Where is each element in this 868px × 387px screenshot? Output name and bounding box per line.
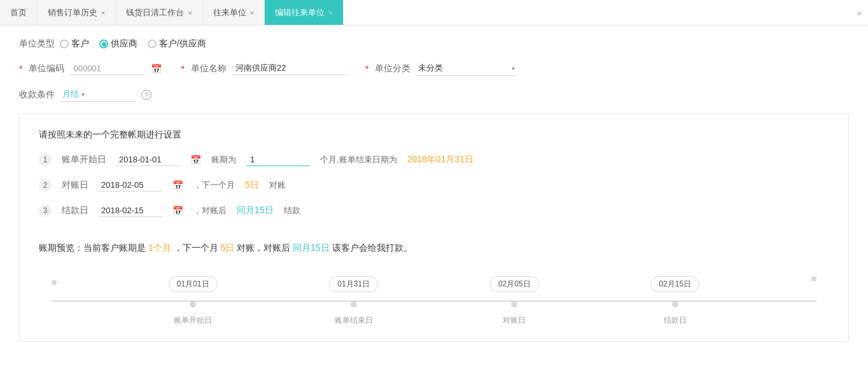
name-input[interactable] [232,62,346,75]
preview-prefix: 账期预览：当前客户账期是 [39,243,146,253]
radio-customer[interactable]: 客户 [60,38,89,50]
preview-suffix: 该客户会给我打款。 [332,243,412,253]
unit-info-row: * 单位编码 📅 * 单位名称 * 单位分类 未分类 ▾ [19,61,849,76]
unit-type-label: 单位类型 [19,38,55,50]
tab-home[interactable]: 首页 [0,0,38,25]
name-label: 单位名称 [191,63,227,74]
timeline-badge-4: 02月15日 [650,276,699,292]
timeline-badge-2: 01月31日 [329,276,378,292]
payment-chevron-icon: ▾ [81,91,85,98]
tab-bar: 首页 销售订单历史 × 钱货日清工作台 × 往来单位 × 编辑往来单位 × » [0,0,868,25]
timeline-point-4: 02月15日 结款日 [650,276,699,326]
timeline-point-3: 02月05日 对账日 [490,276,539,326]
radio-both[interactable]: 客户/供应商 [148,38,206,50]
period-suffix-3b: 同月15日 [237,205,274,216]
period-row-3: 3 结款日 📅 ，对账后 同月15日 结款 [39,204,829,217]
period-suffix-2c: 对账 [269,179,286,191]
period-suffix-1: 账期为 [211,154,236,165]
tab-expand-button[interactable]: » [850,0,868,25]
timeline-label-3: 对账日 [503,315,526,326]
chevron-down-icon: ▾ [512,65,515,72]
tab-cash-work[interactable]: 钱货日清工作台 × [116,0,202,25]
period-num-2: 2 [39,179,52,192]
period-card: 请按照未来的一个完整帐期进行设置 1 账单开始日 📅 账期为 个月,账单结束日期… [19,113,849,342]
period-row-2: 2 对账日 📅 ，下一个月 5日 对账 [39,179,829,192]
timeline-points: 01月01日 账单开始日 01月31日 账单结束日 02月05日 对账日 02月… [52,276,816,326]
cal-icon-1[interactable]: 📅 [190,155,201,165]
period-suffix-2b: 5日 [245,179,259,191]
preview-part3: 同月15日 [293,243,330,253]
calendar-icon-code[interactable]: 📅 [151,64,162,74]
preview-part1: 1个月 [148,243,171,253]
radio-customer-label: 客户 [71,38,89,50]
timeline-label-4: 结款日 [664,315,687,326]
main-content: 单位类型 客户 供应商 客户/供应商 * 单位编码 [0,25,868,387]
timeline: 01月01日 账单开始日 01月31日 账单结束日 02月05日 对账日 02月… [39,276,829,326]
preview-connector1: ，下一个月 [174,243,218,253]
timeline-label-2: 账单结束日 [335,315,373,326]
close-tab-edit-partner[interactable]: × [328,9,332,17]
period-date-1[interactable] [116,153,180,166]
cal-icon-2[interactable]: 📅 [172,180,183,190]
period-months-input[interactable] [246,153,310,166]
timeline-end-cap [811,276,816,281]
period-row-1: 1 账单开始日 📅 账期为 个月,账单结束日期为 2018年01月31日 [39,153,829,166]
period-card-title: 请按照未来的一个完整帐期进行设置 [39,129,829,141]
preview-connector2: 对账，对账后 [237,243,290,253]
period-suffix-3c: 结款 [284,205,300,216]
category-value: 未分类 [418,62,507,74]
period-date-2[interactable] [99,179,162,192]
code-label: 单位编码 [29,63,64,74]
period-label-2: 对账日 [62,179,88,191]
preview-section: 账期预览：当前客户账期是 1个月 ，下一个月 5日 对账，对账后 同月15日 该… [39,230,829,261]
payment-value: 月结 [62,88,79,100]
payment-row: 收款条件 月结 ▾ ? [19,87,849,102]
timeline-label-1: 账单开始日 [174,315,212,326]
tab-edit-partner[interactable]: 编辑往来单位 × [265,0,343,25]
category-label: 单位分类 [375,63,410,74]
period-label-3: 结款日 [62,205,88,216]
unit-type-radio-group: 客户 供应商 客户/供应商 [60,38,206,50]
timeline-badge-1: 01月01日 [169,276,218,292]
payment-select[interactable]: 月结 ▾ [60,87,136,102]
period-suffix-2a: ，下一个月 [193,179,235,191]
period-num-1: 1 [39,153,52,166]
period-end-date: 2018年01月31日 [407,154,473,165]
timeline-badge-3: 02月05日 [490,276,539,292]
period-num-3: 3 [39,204,52,217]
payment-label: 收款条件 [19,89,55,101]
timeline-point-1: 01月01日 账单开始日 [169,276,218,326]
timeline-point-2: 01月31日 账单结束日 [329,276,378,326]
unit-type-row: 单位类型 客户 供应商 客户/供应商 [19,38,849,50]
radio-supplier[interactable]: 供应商 [99,38,137,50]
category-select[interactable]: 未分类 ▾ [416,61,517,76]
period-label-1: 账单开始日 [62,154,106,165]
radio-both-label: 客户/供应商 [159,38,206,50]
preview-part2: 5日 [220,243,234,253]
cal-icon-3[interactable]: 📅 [172,206,183,216]
timeline-start-cap [52,276,57,285]
close-tab-cash[interactable]: × [188,9,192,17]
period-suffix-3a: ，对账后 [193,205,227,216]
tab-partner[interactable]: 往来单位 × [203,0,265,25]
close-tab-partner[interactable]: × [250,9,254,17]
code-input[interactable] [69,62,146,75]
period-date-3[interactable] [99,204,162,217]
period-unit-1: 个月,账单结束日期为 [320,154,397,165]
tab-sales-history[interactable]: 销售订单历史 × [38,0,116,25]
expand-icon: » [857,8,862,18]
radio-supplier-label: 供应商 [111,38,137,50]
close-tab-sales[interactable]: × [101,9,105,17]
payment-help-icon[interactable]: ? [141,90,151,100]
